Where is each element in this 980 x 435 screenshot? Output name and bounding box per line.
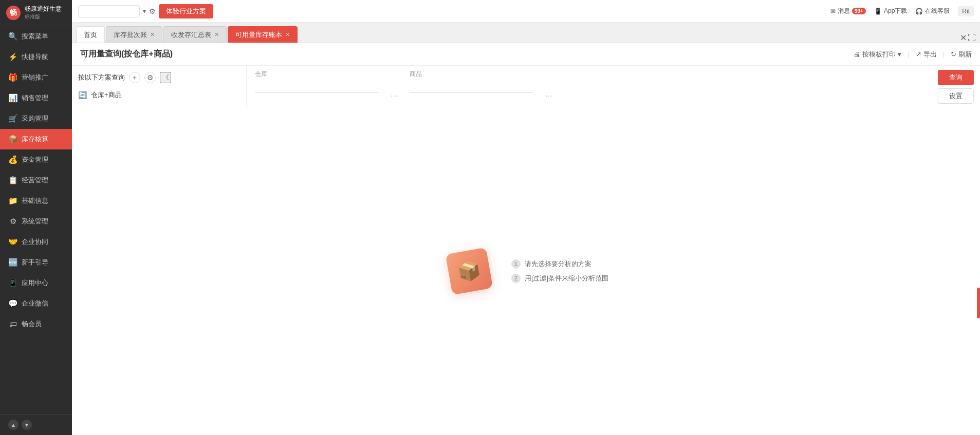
export-icon: ↗ [916, 50, 921, 58]
mobile-icon: 📱 [874, 8, 882, 15]
sidebar-item-finance[interactable]: 💰 资金管理 [0, 149, 72, 170]
scroll-up-btn[interactable]: ▲ [8, 420, 19, 430]
query-left: 按以下方案查询 + ⚙ 《 🔄 仓库+商品 [72, 66, 247, 107]
goods-input[interactable] [410, 81, 533, 93]
query-section-label: 按以下方案查询 [78, 73, 125, 82]
page-title: 可用量查询(按仓库+商品) [80, 49, 173, 60]
topbar-right: ✉ 消息 99+ 📱 App下载 🎧 在线客服 Rit [830, 6, 974, 16]
toolbar-right: 🖨 按模板打印 ▾ | ↗ 导出 | ↻ 刷新 [854, 50, 972, 59]
sidebar-item-inventory[interactable]: 📦 库存核算 [0, 129, 72, 149]
warehouse-input[interactable] [255, 81, 378, 93]
query-item-warehouse-goods[interactable]: 🔄 仓库+商品 [72, 87, 246, 103]
tab-available[interactable]: 可用量库存账本 ✕ [228, 26, 298, 43]
lightning-icon: ⚡ [8, 52, 17, 62]
sidebar-item-wechat[interactable]: 💬 企业微信 [0, 293, 72, 314]
expand-window-btn[interactable]: ⛶ [968, 33, 976, 43]
gear-icon: ⚙ [8, 217, 17, 226]
sidebar-item-purchase[interactable]: 🛒 采购管理 [0, 108, 72, 129]
available-tab-close[interactable]: ✕ [285, 31, 290, 38]
batch-tab-close[interactable]: ✕ [150, 31, 155, 38]
query-setting-btn[interactable]: ⚙ [144, 72, 156, 83]
sidebar-item-system[interactable]: ⚙ 系统管理 [0, 211, 72, 232]
query-btn[interactable]: 查询 [938, 70, 974, 85]
folder-icon: 📁 [8, 196, 17, 205]
topbar-user[interactable]: Rit [958, 6, 974, 16]
sidebar-item-operations[interactable]: 📋 经营管理 [0, 170, 72, 191]
sidebar-item-cooperation[interactable]: 🤝 企业协同 [0, 232, 72, 252]
sidebar-item-member[interactable]: 🏷 畅会员 [0, 314, 72, 334]
mobile-icon: 📱 [8, 278, 17, 288]
clipboard-icon: 📋 [8, 176, 17, 185]
toolbar-divider-2: | [943, 50, 945, 58]
topbar-industry-btn[interactable]: 体验行业方案 [159, 4, 213, 18]
service-label: 在线客服 [925, 7, 950, 15]
app-name: 畅康通好生意 [25, 5, 62, 13]
sidebar-item-search[interactable]: 🔍 搜索菜单 [0, 26, 72, 47]
chart-icon: 📊 [8, 93, 17, 103]
sidebar-item-label: 企业微信 [22, 299, 48, 308]
topbar-search-input[interactable] [78, 5, 140, 17]
query-field-warehouse: 仓库 [255, 70, 378, 93]
sidebar-item-sales[interactable]: 📊 销售管理 [0, 88, 72, 108]
query-collapse-btn[interactable]: 《 [160, 72, 171, 83]
empty-state-content: 📦 1 请先选择要分析的方案 2 用[过滤]条件来缩小分析范围 [443, 245, 608, 297]
right-scroll-indicator[interactable] [977, 288, 980, 318]
headset-icon: 🎧 [915, 8, 923, 15]
content-area: 可用量查询(按仓库+商品) 🖨 按模板打印 ▾ | ↗ 导出 | ↻ 刷新 [72, 43, 980, 435]
sidebar-item-label: 基础信息 [22, 196, 48, 205]
tab-home[interactable]: 首页 [76, 26, 105, 43]
topbar-app-download[interactable]: 📱 App下载 [874, 7, 907, 15]
sidebar-item-label: 资金管理 [22, 155, 48, 164]
tabbar: 首页 库存批次账 ✕ 收发存汇总表 ✕ 可用量库存账本 ✕ ✕ ⛶ [72, 23, 980, 43]
topbar-search-area: ▾ ⚙ 体验行业方案 [78, 4, 213, 18]
warehouse-dots[interactable]: ··· [391, 91, 397, 101]
topbar-gear-btn[interactable]: ⚙ [149, 7, 156, 15]
scroll-down-btn[interactable]: ▼ [22, 420, 32, 430]
summary-tab-close[interactable]: ✕ [214, 31, 219, 38]
sidebar-item-shortcut[interactable]: ⚡ 快捷导航 [0, 47, 72, 67]
warehouse-field-label: 仓库 [255, 70, 378, 79]
tab-summary[interactable]: 收发存汇总表 ✕ [163, 26, 227, 43]
app-label: App下载 [884, 7, 907, 15]
query-left-header: 按以下方案查询 + ⚙ 《 [72, 70, 246, 87]
print-btn[interactable]: 🖨 按模板打印 ▾ [854, 50, 901, 59]
topbar-dropdown-btn[interactable]: ▾ [143, 8, 146, 15]
summary-tab-label: 收发存汇总表 [171, 30, 211, 40]
page-toolbar: 可用量查询(按仓库+商品) 🖨 按模板打印 ▾ | ↗ 导出 | ↻ 刷新 [72, 43, 980, 66]
tip-num-2: 2 [511, 274, 521, 283]
close-window-btn[interactable]: ✕ [960, 33, 967, 43]
goods-dots[interactable]: ··· [545, 91, 552, 101]
query-right: 仓库 ··· 商品 ··· 查询 设置 [247, 66, 980, 107]
message-icon: ✉ [830, 8, 836, 15]
empty-icon-wrap: 📦 [443, 245, 495, 297]
sync-icon: 🔄 [78, 91, 87, 99]
sidebar-scroll-controls: ▲ ▼ [0, 414, 72, 435]
topbar-msg[interactable]: ✉ 消息 99+ [830, 7, 866, 15]
new-icon: 🆕 [8, 258, 17, 267]
tip-text-2: 用[过滤]条件来缩小分析范围 [525, 274, 608, 283]
empty-state: 📦 1 请先选择要分析的方案 2 用[过滤]条件来缩小分析范围 [72, 107, 980, 435]
refresh-btn[interactable]: ↻ 刷新 [951, 50, 972, 59]
sidebar-item-appcenter[interactable]: 📱 应用中心 [0, 273, 72, 293]
sidebar-item-basic[interactable]: 📁 基础信息 [0, 191, 72, 211]
dropdown-icon: ▾ [898, 50, 901, 58]
topbar-service[interactable]: 🎧 在线客服 [915, 7, 950, 15]
empty-box-icon: 📦 [446, 248, 493, 295]
empty-tip-1: 1 请先选择要分析的方案 [511, 259, 608, 269]
goods-field-label: 商品 [410, 70, 533, 79]
query-field-goods: 商品 [410, 70, 533, 93]
sidebar: 畅 畅康通好生意 标准版 🔍 搜索菜单 ⚡ 快捷导航 🎁 营销推广 📊 销售管理… [0, 0, 72, 435]
query-add-btn[interactable]: + [129, 72, 140, 83]
sidebar-item-label: 应用中心 [22, 278, 48, 288]
sidebar-item-label: 经营管理 [22, 176, 48, 185]
settings-btn[interactable]: 设置 [938, 88, 974, 104]
msg-badge: 99+ [852, 8, 866, 14]
tab-batch[interactable]: 库存批次账 ✕ [106, 26, 162, 43]
sidebar-item-label: 畅会员 [22, 319, 42, 329]
chat-icon: 💬 [8, 299, 17, 308]
export-btn[interactable]: ↗ 导出 [916, 50, 937, 59]
sidebar-item-label: 新手引导 [22, 258, 48, 267]
query-actions: 查询 设置 [938, 70, 974, 104]
sidebar-item-marketing[interactable]: 🎁 营销推广 [0, 67, 72, 88]
sidebar-item-guide[interactable]: 🆕 新手引导 [0, 252, 72, 273]
